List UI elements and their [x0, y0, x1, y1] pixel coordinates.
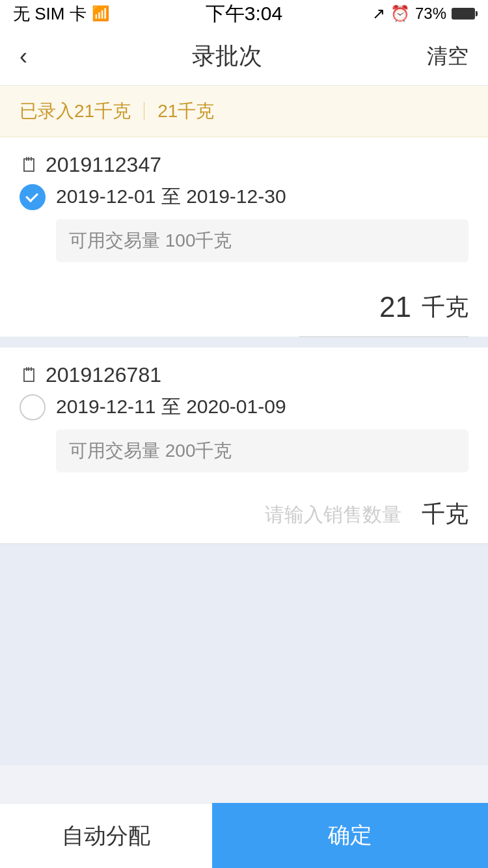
quantity-unit-1: 千克	[422, 292, 468, 323]
location-icon: ↗	[372, 5, 385, 23]
batch-date-row-2[interactable]: 2019-12-11 至 2020-01-09	[20, 394, 468, 420]
batch-date-1: 2019-12-01 至 2019-12-30	[56, 183, 286, 210]
batch-header-1: 🗒 2019112347	[20, 153, 468, 177]
batch-date-row-1[interactable]: 2019-12-01 至 2019-12-30	[20, 183, 468, 210]
page-title: 录批次	[192, 40, 262, 72]
recorded-label: 已录入21千克	[20, 99, 131, 124]
batch-available-2: 可用交易量 200千克	[56, 429, 468, 472]
wifi-icon: 📶	[92, 5, 109, 22]
battery-percent: 73%	[415, 5, 446, 23]
status-time: 下午3:04	[206, 1, 282, 27]
clear-button[interactable]: 清空	[427, 42, 468, 71]
radio-checked-1[interactable]	[20, 184, 46, 210]
radio-unchecked-2[interactable]	[20, 394, 46, 420]
quantity-value-1: 21	[379, 291, 411, 323]
section-separator	[0, 337, 488, 347]
batch-id-icon-2: 🗒	[20, 364, 39, 387]
battery-icon	[452, 8, 475, 20]
batch-item-2: 🗒 2019126781 2019-12-11 至 2020-01-09 可用交…	[0, 347, 488, 488]
quantity-input-2[interactable]	[20, 504, 411, 526]
back-button[interactable]: ‹	[20, 43, 27, 70]
alarm-icon: ⏰	[390, 5, 410, 23]
quantity-row-1: 21 千克	[0, 278, 488, 336]
status-right: ↗ ⏰ 73%	[372, 5, 475, 23]
bottom-bar: 自动分配 确定	[0, 803, 488, 868]
summary-divider	[144, 102, 144, 120]
status-left: 无 SIM 卡 📶	[13, 3, 109, 25]
bottom-spacer	[0, 544, 488, 765]
batch-id-icon-1: 🗒	[20, 154, 39, 176]
quantity-input-row-2: 千克	[0, 488, 488, 544]
batch-date-2: 2019-12-11 至 2020-01-09	[56, 394, 286, 420]
nav-bar: ‹ 录批次 清空	[0, 27, 488, 86]
confirm-button[interactable]: 确定	[212, 803, 488, 868]
batch-id-1: 2019112347	[46, 153, 161, 177]
batch-id-2: 2019126781	[46, 363, 161, 387]
summary-banner: 已录入21千克 21千克	[0, 86, 488, 137]
batch-available-1: 可用交易量 100千克	[56, 219, 468, 262]
sim-label: 无 SIM 卡	[13, 3, 87, 25]
summary-amount: 21千克	[157, 99, 214, 124]
quantity-unit-label-2: 千克	[422, 498, 468, 530]
status-bar: 无 SIM 卡 📶 下午3:04 ↗ ⏰ 73%	[0, 0, 488, 27]
auto-distribute-button[interactable]: 自动分配	[0, 803, 212, 868]
batch-item-1: 🗒 2019112347 2019-12-01 至 2019-12-30 可用交…	[0, 137, 488, 278]
batch-header-2: 🗒 2019126781	[20, 363, 468, 387]
